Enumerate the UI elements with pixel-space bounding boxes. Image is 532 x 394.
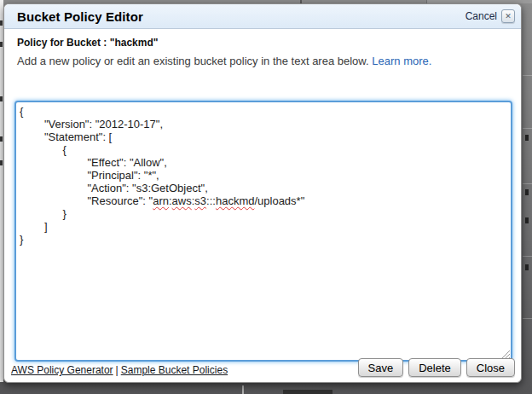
background-row-line bbox=[523, 75, 532, 76]
close-icon: ✕ bbox=[505, 13, 512, 20]
aws-policy-generator-link[interactable]: AWS Policy Generator bbox=[11, 364, 113, 376]
background-text-fragment bbox=[525, 189, 529, 195]
background-text-fragment bbox=[525, 264, 529, 270]
background-divider bbox=[242, 385, 244, 394]
cancel-link[interactable]: Cancel bbox=[466, 10, 497, 22]
background-text-fragment bbox=[0, 136, 3, 142]
link-separator: | bbox=[113, 364, 121, 376]
background-row-line bbox=[523, 318, 532, 319]
policy-textarea[interactable]: { "Version": "2012-10-17", "Statement": … bbox=[14, 101, 512, 362]
dialog-titlebar: Bucket Policy Editor Cancel ✕ bbox=[4, 4, 521, 29]
close-x-button[interactable]: ✕ bbox=[501, 9, 515, 23]
footer-links: AWS Policy Generator|Sample Bucket Polic… bbox=[11, 364, 228, 376]
delete-button[interactable]: Delete bbox=[408, 358, 461, 377]
titlebar-actions: Cancel ✕ bbox=[466, 9, 521, 23]
background-text-fragment bbox=[0, 96, 3, 101]
description-text: Add a new policy or edit an existing buc… bbox=[17, 55, 369, 67]
background-row-line bbox=[523, 128, 532, 129]
sample-bucket-policies-link[interactable]: Sample Bucket Policies bbox=[121, 364, 228, 376]
close-button[interactable]: Close bbox=[466, 358, 515, 377]
background-text-fragment bbox=[525, 217, 529, 223]
policy-text: { "Version": "2012-10-17", "Statement": … bbox=[20, 105, 507, 246]
background-text-fragment bbox=[0, 20, 3, 26]
dialog-title: Bucket Policy Editor bbox=[4, 9, 143, 24]
background-text-fragment bbox=[0, 160, 3, 165]
bucket-policy-editor-dialog: Bucket Policy Editor Cancel ✕ Policy for… bbox=[3, 3, 522, 383]
policy-for-bucket-label: Policy for Bucket : "hackmd" bbox=[17, 37, 158, 49]
save-button[interactable]: Save bbox=[358, 358, 404, 377]
learn-more-link[interactable]: Learn more. bbox=[372, 55, 431, 67]
footer-buttons: Save Delete Close bbox=[358, 358, 515, 377]
background-text-fragment bbox=[283, 390, 332, 394]
background-text-fragment bbox=[0, 42, 3, 47]
background-row-line bbox=[523, 183, 532, 184]
background-row-line bbox=[523, 256, 532, 257]
background-text-fragment bbox=[525, 135, 529, 141]
dialog-description: Add a new policy or edit an existing buc… bbox=[17, 55, 431, 67]
